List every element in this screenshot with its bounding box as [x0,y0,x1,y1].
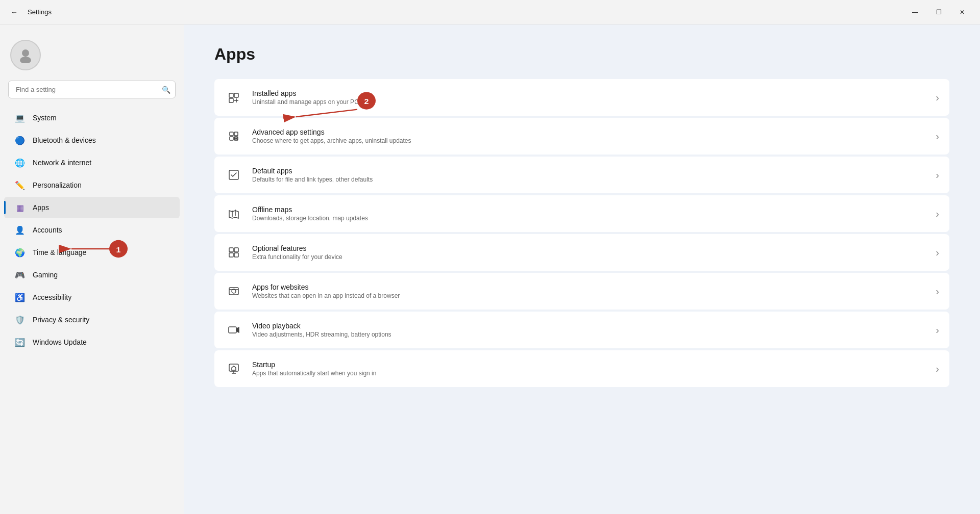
optional-features-text: Optional featuresExtra functionality for… [252,244,926,261]
settings-item-offline-maps[interactable]: Offline mapsDownloads, storage location,… [214,195,949,232]
sidebar-item-privacy[interactable]: 🛡️Privacy & security [4,309,180,330]
back-button[interactable]: ← [6,4,22,20]
close-button[interactable]: ✕ [950,4,974,20]
settings-item-advanced-app-settings[interactable]: Advanced app settingsChoose where to get… [214,118,949,155]
startup-text: StartupApps that automatically start whe… [252,361,926,377]
sidebar-item-label-privacy: Privacy & security [33,316,89,324]
svg-rect-17 [229,253,233,257]
svg-rect-4 [229,98,233,102]
settings-list: Installed appsUninstall and manage apps … [214,79,949,387]
advanced-app-settings-chevron: › [936,131,939,142]
windows-update-icon: 🔄 [14,337,26,348]
svg-rect-18 [234,253,238,257]
sidebar-item-system[interactable]: 💻System [4,107,180,128]
time-icon: 🌍 [14,247,26,258]
sidebar-item-label-accessibility: Accessibility [33,293,71,301]
privacy-icon: 🛡️ [14,314,26,325]
sidebar-item-label-network: Network & internet [33,159,91,167]
svg-rect-16 [234,248,238,252]
svg-rect-2 [229,93,233,97]
offline-maps-title: Offline maps [252,205,926,214]
system-icon: 💻 [14,112,26,123]
accounts-icon: 👤 [14,224,26,236]
settings-item-default-apps[interactable]: Default appsDefaults for file and link t… [214,157,949,193]
sidebar: 🔍 💻System🔵Bluetooth & devices🌐Network & … [0,24,184,514]
sidebar-item-label-accounts: Accounts [33,226,62,234]
default-apps-icon [225,166,243,184]
video-playback-chevron: › [936,324,939,336]
search-box[interactable]: 🔍 [8,81,176,98]
installed-apps-icon [225,88,243,107]
bluetooth-icon: 🔵 [14,135,26,146]
settings-item-video-playback[interactable]: Video playbackVideo adjustments, HDR str… [214,312,949,348]
svg-rect-19 [229,288,238,295]
video-playback-title: Video playback [252,322,926,330]
apps-for-websites-desc: Websites that can open in an app instead… [252,292,926,299]
svg-rect-3 [234,93,238,97]
sidebar-item-gaming[interactable]: 🎮Gaming [4,264,180,286]
accessibility-icon: ♿ [14,292,26,303]
apps-icon: ▦ [14,202,26,213]
sidebar-item-accessibility[interactable]: ♿Accessibility [4,287,180,308]
optional-features-icon [225,243,243,262]
profile-section [0,35,184,81]
sidebar-nav: 💻System🔵Bluetooth & devices🌐Network & in… [0,107,184,353]
sidebar-item-personalization[interactable]: ✏️Personalization [4,174,180,196]
offline-maps-icon [225,204,243,223]
svg-rect-8 [234,132,238,136]
startup-desc: Apps that automatically start when you s… [252,370,926,377]
maximize-button[interactable]: ❐ [927,4,950,20]
personalization-icon: ✏️ [14,179,26,191]
settings-item-apps-for-websites[interactable]: Apps for websitesWebsites that can open … [214,273,949,310]
default-apps-chevron: › [936,169,939,181]
advanced-app-settings-desc: Choose where to get apps, archive apps, … [252,137,926,144]
sidebar-item-label-bluetooth: Bluetooth & devices [33,136,96,144]
avatar [10,40,41,70]
apps-for-websites-chevron: › [936,286,939,297]
offline-maps-text: Offline mapsDownloads, storage location,… [252,205,926,222]
offline-maps-chevron: › [936,208,939,220]
main-container: 🔍 💻System🔵Bluetooth & devices🌐Network & … [0,24,980,514]
content-area: Apps Installed appsUninstall and manage … [184,24,980,514]
optional-features-desc: Extra functionality for your device [252,253,926,261]
svg-rect-15 [229,248,233,252]
sidebar-item-bluetooth[interactable]: 🔵Bluetooth & devices [4,130,180,151]
apps-for-websites-text: Apps for websitesWebsites that can open … [252,283,926,299]
svg-rect-7 [230,132,233,136]
network-icon: 🌐 [14,157,26,168]
sidebar-item-network[interactable]: 🌐Network & internet [4,152,180,173]
svg-rect-9 [230,137,233,140]
sidebar-item-label-personalization: Personalization [33,181,82,189]
apps-for-websites-title: Apps for websites [252,283,926,291]
default-apps-desc: Defaults for file and link types, other … [252,176,926,183]
gaming-icon: 🎮 [14,269,26,280]
window-controls: — ❐ ✕ [903,4,974,20]
minimize-button[interactable]: — [903,4,927,20]
startup-icon [225,359,243,378]
advanced-app-settings-icon [225,127,243,145]
optional-features-title: Optional features [252,244,926,252]
installed-apps-title: Installed apps [252,89,926,97]
sidebar-item-apps[interactable]: ▦Apps [4,197,180,218]
optional-features-chevron: › [936,247,939,259]
sidebar-item-label-windows-update: Windows Update [33,338,87,346]
sidebar-item-label-time: Time & language [33,248,86,256]
startup-chevron: › [936,363,939,375]
sidebar-item-time[interactable]: 🌍Time & language [4,242,180,263]
settings-item-installed-apps[interactable]: Installed appsUninstall and manage apps … [214,79,949,116]
startup-title: Startup [252,361,926,369]
search-input[interactable] [8,81,176,98]
svg-point-1 [20,57,31,63]
settings-item-optional-features[interactable]: Optional featuresExtra functionality for… [214,234,949,271]
apps-for-websites-icon [225,282,243,300]
sidebar-item-label-gaming: Gaming [33,271,58,279]
sidebar-item-accounts[interactable]: 👤Accounts [4,219,180,241]
installed-apps-desc: Uninstall and manage apps on your PC [252,98,926,106]
sidebar-item-label-system: System [33,114,57,122]
sidebar-item-windows-update[interactable]: 🔄Windows Update [4,331,180,353]
video-playback-text: Video playbackVideo adjustments, HDR str… [252,322,926,338]
titlebar: ← Settings — ❐ ✕ [0,0,980,24]
video-playback-desc: Video adjustments, HDR streaming, batter… [252,331,926,338]
settings-item-startup[interactable]: StartupApps that automatically start whe… [214,350,949,387]
installed-apps-chevron: › [936,92,939,104]
